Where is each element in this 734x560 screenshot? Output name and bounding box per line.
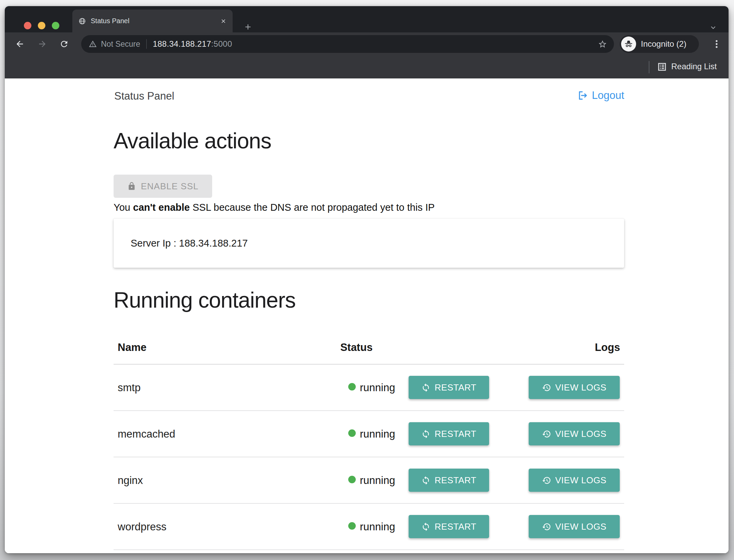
reload-button[interactable] (59, 39, 69, 49)
tab-strip: Status Panel (5, 6, 729, 32)
back-button[interactable] (15, 39, 25, 49)
url-host: 188.34.188.217 (153, 39, 211, 48)
not-secure-warning-icon[interactable] (89, 40, 97, 48)
tab-title: Status Panel (91, 17, 220, 25)
close-window-button[interactable] (24, 22, 31, 29)
bookmarks-bar: Reading List (5, 56, 729, 78)
table-row: wordpress running RESTART (114, 504, 624, 550)
restart-icon (421, 522, 430, 531)
logout-link[interactable]: Logout (577, 89, 624, 102)
view-logs-button[interactable]: VIEW LOGS (529, 469, 620, 492)
web-page: Status Panel Logout Available actions (5, 78, 729, 553)
url-divider (146, 39, 147, 49)
column-header-status: Status (334, 341, 379, 354)
url-text: 188.34.188.217:5000 (153, 39, 232, 49)
new-tab-button[interactable] (244, 23, 252, 31)
page-header: Status Panel Logout (114, 89, 624, 105)
view-logs-button[interactable]: VIEW LOGS (529, 515, 620, 538)
container-name: wordpress (118, 521, 166, 533)
container-status: running (360, 521, 395, 533)
enable-ssl-button[interactable]: ENABLE SSL (114, 175, 212, 198)
ssl-note-bold: can't enable (133, 202, 190, 213)
status-dot-icon (348, 476, 356, 483)
column-header-logs: Logs (595, 341, 620, 354)
ssl-note: You can't enable SSL because the DNS are… (114, 202, 435, 213)
container-name: nginx (118, 474, 143, 487)
restart-button[interactable]: RESTART (409, 376, 489, 399)
available-actions-heading: Available actions (114, 128, 271, 153)
address-bar[interactable]: Not Secure 188.34.188.217:5000 (81, 35, 614, 53)
browser-toolbar: Not Secure 188.34.188.217:5000 (5, 32, 729, 56)
forward-button[interactable] (38, 39, 47, 49)
screenshot-stage: Status Panel (0, 0, 734, 560)
enable-ssl-label: ENABLE SSL (141, 181, 199, 192)
history-icon (542, 522, 551, 531)
view-logs-label: VIEW LOGS (555, 521, 606, 532)
chevron-down-icon[interactable] (709, 23, 718, 32)
restart-label: RESTART (435, 429, 476, 439)
server-ip-text: Server Ip : 188.34.188.217 (131, 238, 248, 249)
history-icon (542, 476, 551, 485)
restart-icon (421, 476, 430, 485)
ssl-note-suffix: SSL because the DNS are not propagated y… (190, 202, 435, 213)
view-logs-button[interactable]: VIEW LOGS (529, 376, 620, 399)
container-status: running (360, 428, 395, 440)
restart-icon (421, 383, 430, 392)
incognito-label: Incognito (2) (641, 39, 686, 49)
status-dot-icon (348, 429, 356, 437)
restart-button[interactable]: RESTART (409, 469, 489, 492)
lock-icon (127, 182, 136, 191)
security-label: Not Secure (101, 40, 140, 49)
reading-list-icon[interactable] (657, 62, 667, 72)
reading-list-label[interactable]: Reading List (671, 62, 717, 71)
ssl-note-prefix: You (114, 202, 133, 213)
menu-kebab-icon[interactable] (711, 39, 722, 49)
server-ip-card: Server Ip : 188.34.188.217 (114, 219, 624, 268)
restart-button[interactable]: RESTART (409, 422, 489, 445)
table-row: memcached running RESTART (114, 411, 624, 457)
status-dot-icon (348, 383, 356, 390)
restart-label: RESTART (435, 475, 476, 486)
restart-label: RESTART (435, 521, 476, 532)
page-container: Status Panel Logout Available actions (114, 78, 624, 553)
bookmark-star-icon[interactable] (598, 40, 607, 49)
incognito-icon (621, 36, 636, 51)
container-name: memcached (118, 428, 175, 440)
logout-icon (577, 90, 588, 101)
bookmarks-divider (649, 61, 649, 73)
history-icon (542, 429, 551, 439)
containers-table: Name Status Logs smtp running R (114, 333, 624, 550)
table-row: nginx running RESTART (114, 457, 624, 504)
logout-label: Logout (592, 89, 624, 102)
status-dot-icon (348, 522, 356, 530)
minimize-window-button[interactable] (38, 22, 45, 29)
column-header-name: Name (118, 341, 146, 354)
browser-window: Status Panel (5, 6, 729, 553)
close-tab-icon[interactable] (220, 18, 226, 24)
view-logs-label: VIEW LOGS (555, 382, 606, 393)
history-icon (542, 383, 551, 392)
incognito-badge[interactable]: Incognito (2) (620, 35, 699, 53)
page-title: Status Panel (114, 90, 174, 102)
restart-label: RESTART (435, 382, 476, 393)
url-port: :5000 (211, 39, 232, 48)
running-containers-heading: Running containers (114, 288, 295, 313)
table-header-row: Name Status Logs (114, 333, 624, 365)
view-logs-label: VIEW LOGS (555, 475, 606, 486)
container-status: running (360, 382, 395, 394)
container-status: running (360, 474, 395, 487)
container-name: smtp (118, 382, 141, 394)
globe-icon (78, 17, 86, 25)
table-row: smtp running RESTART (114, 365, 624, 411)
tab-status-panel[interactable]: Status Panel (72, 10, 233, 32)
restart-button[interactable]: RESTART (409, 515, 489, 538)
view-logs-label: VIEW LOGS (555, 429, 606, 439)
restart-icon (421, 429, 430, 439)
view-logs-button[interactable]: VIEW LOGS (529, 422, 620, 445)
zoom-window-button[interactable] (52, 22, 59, 29)
